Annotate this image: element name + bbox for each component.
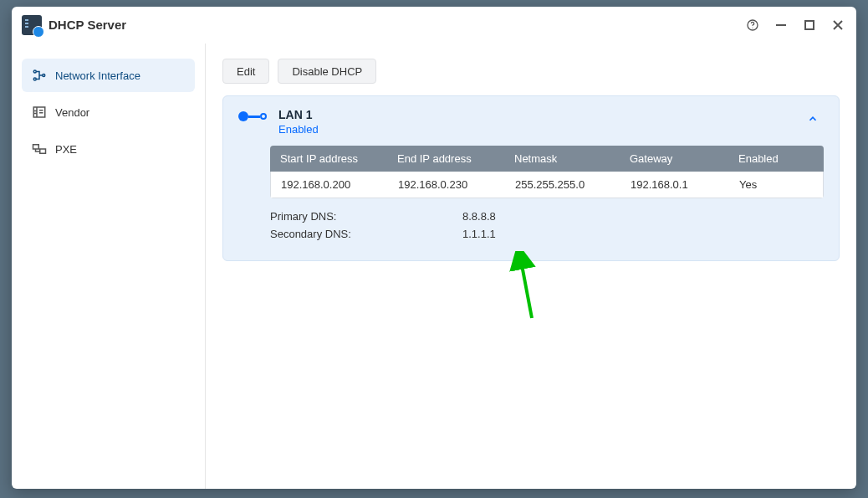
- svg-point-6: [43, 74, 45, 77]
- titlebar: DHCP Server: [12, 7, 856, 44]
- col-start: Start IP address: [270, 146, 387, 172]
- app-window: DHCP Server Network Interface: [12, 7, 856, 489]
- toolbar: Edit Disable DHCP: [222, 59, 840, 84]
- close-button[interactable]: [830, 17, 846, 33]
- minimize-button[interactable]: [773, 17, 789, 33]
- cell-end: 192.168.0.230: [388, 172, 505, 198]
- svg-rect-8: [33, 145, 39, 149]
- secondary-dns-label: Secondary DNS:: [270, 228, 462, 240]
- svg-point-1: [752, 27, 753, 28]
- sidebar-item-pxe[interactable]: PXE: [22, 132, 195, 166]
- cell-start: 192.168.0.200: [271, 172, 388, 198]
- sidebar-item-network-interface[interactable]: Network Interface: [22, 59, 195, 92]
- table-row[interactable]: 192.168.0.200 192.168.0.230 255.255.255.…: [270, 172, 824, 198]
- interface-panel[interactable]: LAN 1 Enabled Start IP address End IP ad…: [222, 95, 840, 261]
- vendor-icon: [32, 105, 47, 120]
- cell-netmask: 255.255.255.0: [505, 172, 620, 198]
- svg-rect-9: [40, 149, 46, 153]
- primary-dns-value: 8.8.8.8: [462, 210, 496, 223]
- interface-status[interactable]: Enabled: [278, 123, 319, 136]
- col-enabled: Enabled: [728, 146, 824, 172]
- edit-button[interactable]: Edit: [222, 59, 269, 84]
- pxe-icon: [32, 141, 47, 157]
- secondary-dns-row: Secondary DNS: 1.1.1.1: [270, 228, 824, 240]
- titlebar-controls: [744, 17, 846, 33]
- sidebar-item-label: PXE: [55, 143, 77, 156]
- collapse-toggle[interactable]: [802, 108, 824, 132]
- connection-icon: [238, 111, 267, 121]
- svg-point-4: [33, 70, 36, 73]
- dns-info: Primary DNS: 8.8.8.8 Secondary DNS: 1.1.…: [270, 210, 824, 240]
- svg-point-5: [33, 78, 36, 80]
- sidebar-item-label: Network Interface: [55, 69, 140, 82]
- primary-dns-row: Primary DNS: 8.8.8.8: [270, 210, 824, 223]
- col-gateway: Gateway: [620, 146, 728, 172]
- cell-enabled: Yes: [729, 172, 823, 198]
- interface-name: LAN 1: [278, 108, 802, 121]
- main-content: Edit Disable DHCP LAN 1 Enabled: [206, 44, 856, 489]
- sidebar-item-vendor[interactable]: Vendor: [22, 95, 195, 129]
- sidebar: Network Interface Vendor PXE: [12, 44, 206, 489]
- table-header: Start IP address End IP address Netmask …: [270, 146, 824, 172]
- primary-dns-label: Primary DNS:: [270, 210, 462, 223]
- help-button[interactable]: [744, 17, 761, 33]
- svg-rect-2: [776, 24, 786, 26]
- cell-gateway: 192.168.0.1: [620, 172, 729, 198]
- panel-header: LAN 1 Enabled: [238, 108, 824, 136]
- sidebar-item-label: Vendor: [55, 106, 89, 119]
- disable-dhcp-button[interactable]: Disable DHCP: [278, 59, 376, 84]
- network-icon: [32, 68, 47, 83]
- app-icon: [22, 15, 42, 35]
- col-end: End IP address: [387, 146, 504, 172]
- dhcp-range-table: Start IP address End IP address Netmask …: [270, 146, 824, 198]
- col-netmask: Netmask: [504, 146, 620, 172]
- window-body: Network Interface Vendor PXE Edit Disabl…: [12, 44, 856, 489]
- secondary-dns-value: 1.1.1.1: [462, 228, 496, 240]
- svg-rect-3: [805, 21, 814, 29]
- maximize-button[interactable]: [801, 17, 818, 33]
- window-title: DHCP Server: [49, 18, 744, 32]
